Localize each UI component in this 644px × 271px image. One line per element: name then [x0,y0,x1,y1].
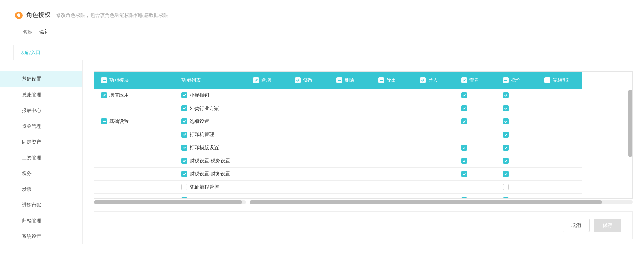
sidebar-item[interactable]: 税务 [0,166,82,181]
checkbox[interactable] [181,118,187,124]
checkbox[interactable] [181,105,187,111]
save-button[interactable]: 保存 [594,219,621,232]
module-cell [94,181,178,194]
hscroll-left-thumb[interactable] [94,200,242,204]
checkbox[interactable] [544,77,550,83]
perm-cell [333,115,374,128]
perm-cell [499,89,541,102]
checkbox[interactable] [461,145,467,151]
module-cell [94,194,178,199]
table-row: 财税设置-税务设置 [94,154,582,168]
checkbox[interactable] [461,105,467,111]
table-row: 凭证流程管控 [94,181,582,194]
checkbox[interactable] [503,118,509,124]
checkbox[interactable] [461,197,467,199]
perm-cell [541,141,582,154]
vertical-scrollbar-thumb[interactable] [628,90,632,157]
list-cell: 外贸行业方案 [178,102,249,115]
horizontal-scrollbars [94,200,633,204]
perm-cell [416,102,458,115]
perm-cell [499,102,541,115]
checkbox[interactable] [503,158,509,164]
checkbox[interactable] [181,132,187,138]
sidebar-item[interactable]: 报表中心 [0,103,82,118]
perm-cell [457,128,499,141]
checkbox[interactable] [503,92,509,98]
body: 基础设置总账管理报表中心资金管理固定资产工资管理税务发票进销台账归档管理系统设置… [0,60,644,244]
sidebar-item[interactable]: 进销台账 [0,197,82,213]
sidebar-item[interactable]: 总账管理 [0,87,82,103]
checkbox[interactable] [503,132,509,138]
name-row: 名称 [0,23,644,45]
col-header-list: 功能列表 [178,72,249,89]
perm-cell [457,89,499,102]
perm-cell [416,154,458,168]
table-row: 凭证类型设置 [94,194,582,199]
perm-cell [499,128,541,141]
list-label: 财税设置-财务设置 [190,171,230,177]
checkbox[interactable] [503,184,509,190]
perm-cell [541,115,582,128]
perm-cell [374,102,416,115]
tab-function-entry[interactable]: 功能入口 [13,45,48,60]
role-name-input[interactable] [38,27,226,37]
checkbox[interactable] [181,145,187,151]
sidebar-item[interactable]: 工资管理 [0,150,82,166]
checkbox[interactable] [336,77,342,83]
checkbox[interactable] [181,184,187,190]
vertical-scrollbar[interactable] [627,90,633,198]
perm-cell [291,115,333,128]
checkbox[interactable] [503,197,509,199]
hscroll-right[interactable] [250,200,633,204]
checkbox[interactable] [461,158,467,164]
perm-cell [333,154,374,168]
checkbox[interactable] [503,105,509,111]
checkbox[interactable] [181,158,187,164]
perm-cell [499,154,541,168]
module-cell [94,128,178,141]
perm-cell [541,89,582,102]
list-cell: 小畅报销 [178,89,249,102]
sidebar-item[interactable]: 资金管理 [0,118,82,134]
checkbox[interactable] [253,77,259,83]
list-cell: 选项设置 [178,115,249,128]
perm-cell [333,181,374,194]
hscroll-left[interactable] [94,200,246,204]
sidebar-item[interactable]: 系统设置 [0,229,82,244]
table-row: 打印机管理 [94,128,582,141]
perm-cell [457,102,499,115]
perm-cell [291,89,333,102]
checkbox[interactable] [503,145,509,151]
checkbox[interactable] [181,92,187,98]
checkbox[interactable] [101,118,107,124]
checkbox[interactable] [461,171,467,177]
list-cell: 凭证流程管控 [178,181,249,194]
perm-cell [457,194,499,199]
checkbox[interactable] [461,77,467,83]
checkbox[interactable] [181,197,187,199]
checkbox[interactable] [461,92,467,98]
perm-cell [499,181,541,194]
checkbox[interactable] [101,92,107,98]
cancel-button[interactable]: 取消 [563,219,590,232]
checkbox[interactable] [503,171,509,177]
module-cell [94,154,178,168]
checkbox[interactable] [378,77,384,83]
col-header-label: 导入 [428,77,438,83]
checkbox[interactable] [503,77,509,83]
sidebar-item[interactable]: 基础设置 [0,71,82,87]
checkbox[interactable] [295,77,301,83]
checkbox[interactable] [461,118,467,124]
sidebar-item[interactable]: 归档管理 [0,213,82,229]
checkbox[interactable] [420,77,426,83]
col-header-label: 新增 [261,77,271,83]
perm-cell [499,115,541,128]
hscroll-right-thumb[interactable] [250,200,602,204]
perm-cell [291,154,333,168]
checkbox[interactable] [101,77,107,83]
sidebar-item[interactable]: 发票 [0,181,82,197]
sidebar-item[interactable]: 固定资产 [0,134,82,150]
checkbox[interactable] [181,171,187,177]
perm-cell [374,115,416,128]
col-header: 修改 [291,72,333,89]
